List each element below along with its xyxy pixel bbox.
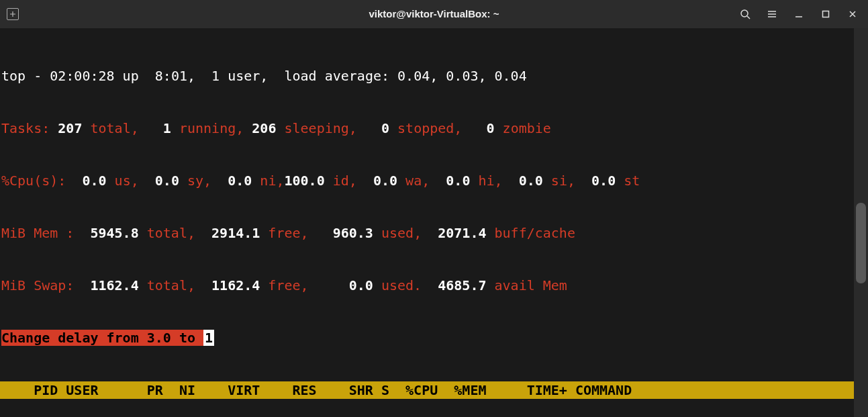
- scrollbar-thumb[interactable]: [856, 203, 866, 283]
- window-titlebar: viktor@viktor-VirtualBox: ~: [0, 0, 868, 28]
- top-delay-prompt[interactable]: Change delay from 3.0 to 1: [0, 329, 868, 346]
- svg-rect-1: [823, 11, 829, 17]
- svg-point-0: [741, 10, 748, 17]
- minimize-icon[interactable]: [793, 8, 805, 20]
- new-tab-button[interactable]: [7, 8, 19, 20]
- search-icon[interactable]: [739, 8, 751, 20]
- process-header: PID USER PR NI VIRT RES SHR S %CPU %MEM …: [0, 381, 854, 399]
- delay-input[interactable]: 1: [203, 330, 214, 346]
- top-cpu-line: %Cpu(s): 0.0 us, 0.0 sy, 0.0 ni,100.0 id…: [0, 172, 868, 189]
- window-title: viktor@viktor-VirtualBox: ~: [0, 5, 868, 23]
- top-summary-line: top - 02:00:28 up 8:01, 1 user, load ave…: [0, 67, 868, 85]
- terminal-output[interactable]: top - 02:00:28 up 8:01, 1 user, load ave…: [0, 28, 868, 417]
- top-mem-line: MiB Mem : 5945.8 total, 2914.1 free, 960…: [0, 224, 868, 242]
- close-icon[interactable]: [847, 8, 859, 20]
- maximize-icon[interactable]: [820, 8, 832, 20]
- scrollbar[interactable]: [854, 28, 868, 417]
- top-tasks-line: Tasks: 207 total, 1 running, 206 sleepin…: [0, 120, 868, 137]
- top-swap-line: MiB Swap: 1162.4 total, 1162.4 free, 0.0…: [0, 277, 868, 294]
- menu-icon[interactable]: [766, 8, 778, 20]
